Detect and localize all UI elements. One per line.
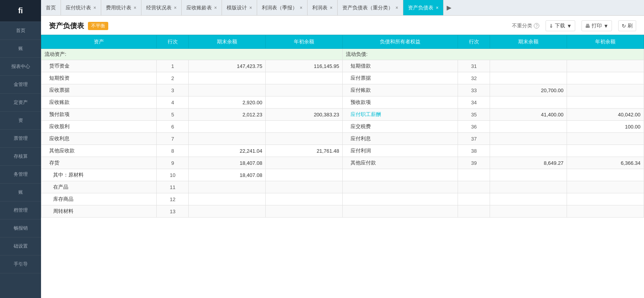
- tab-nav-right-arrow[interactable]: ▶: [444, 4, 454, 11]
- sidebar-item-fixed-assets[interactable]: 定资产: [0, 94, 41, 112]
- page-title-area: 资产负债表 不平衡: [49, 21, 108, 30]
- cell-liability-label[interactable]: 应付票据: [342, 72, 458, 84]
- cell-liability-row: 36: [458, 121, 490, 133]
- header-row-num: 行次: [157, 35, 189, 49]
- cell-liability-label[interactable]: 应交税费: [342, 121, 458, 133]
- cell-asset-label[interactable]: 周转材料: [41, 205, 157, 218]
- header-end-balance2: 期末余额: [490, 35, 567, 49]
- refresh-button[interactable]: ↻ 刷: [618, 20, 636, 31]
- cell-liability-row: 32: [458, 72, 490, 84]
- cell-asset-begin: [266, 205, 343, 218]
- cell-liability-row: 39: [458, 157, 490, 169]
- help-icon[interactable]: ?: [534, 23, 539, 29]
- download-button[interactable]: ⇓ 下载 ▼: [546, 20, 575, 31]
- cell-asset-label[interactable]: 短期投资: [41, 72, 157, 84]
- cell-asset-label[interactable]: 其中：原材料: [41, 169, 157, 181]
- cell-liability-label[interactable]: 应付职工薪酬: [342, 109, 458, 121]
- sidebar-item-accounts[interactable]: 账: [0, 184, 41, 202]
- report-table: 资产 行次 期末余额 年初余额 负债和所有者权益 行次 期末余额 年初余额 流动…: [41, 35, 644, 218]
- tab-profit-quarterly-label: 利润表（季报）: [262, 4, 297, 11]
- cell-liability-row: 34: [458, 96, 490, 109]
- tab-expense-stats-label: 费用统计表: [106, 4, 131, 11]
- tab-profit-close[interactable]: ×: [330, 5, 333, 11]
- cell-liability-row: [458, 169, 490, 181]
- cell-liability-label: [342, 205, 458, 218]
- cell-asset-label[interactable]: 存货: [41, 157, 157, 169]
- print-button[interactable]: 🖶 打印 ▼: [581, 20, 612, 31]
- tab-template-design[interactable]: 模版设计 ×: [222, 0, 257, 15]
- tab-receivable-aging[interactable]: 应收账龄表 ×: [182, 0, 222, 15]
- tab-expense-stats[interactable]: 费用统计表 ×: [101, 0, 141, 15]
- tab-balance-reclassified[interactable]: 资产负债表（重分类） ×: [338, 0, 403, 15]
- cell-liability-label[interactable]: 应付账款: [342, 84, 458, 96]
- cell-asset-label[interactable]: 应收股利: [41, 121, 157, 133]
- tab-balance-sheet-label: 资产负债表: [408, 4, 433, 11]
- cell-liability-begin: [567, 169, 644, 181]
- cell-asset-begin: [266, 121, 343, 133]
- tab-profit-quarterly[interactable]: 利润表（季报） ×: [257, 0, 308, 15]
- cell-asset-row: 12: [157, 193, 189, 205]
- cell-liability-begin: [567, 133, 644, 145]
- cell-liability-row: [458, 205, 490, 218]
- refresh-icon: ↻: [622, 23, 626, 29]
- cell-asset-end: [189, 181, 266, 193]
- cell-asset-label[interactable]: 应收票据: [41, 84, 157, 96]
- cell-asset-label[interactable]: 库存商品: [41, 193, 157, 205]
- tab-profit-quarterly-close[interactable]: ×: [300, 5, 302, 11]
- cell-asset-begin: [266, 169, 343, 181]
- cell-asset-label[interactable]: 预付款项: [41, 109, 157, 121]
- tab-receivable-aging-close[interactable]: ×: [214, 5, 217, 11]
- sidebar-item-report-center[interactable]: 报表中心: [0, 58, 41, 76]
- tab-balance-sheet-close[interactable]: ×: [436, 5, 438, 11]
- cell-liability-end: [490, 133, 567, 145]
- sidebar-item-bill-management[interactable]: 票管理: [0, 130, 41, 148]
- tab-home[interactable]: 首页: [41, 0, 61, 15]
- sidebar-item-guide[interactable]: 手引导: [0, 255, 41, 273]
- cell-asset-end: [189, 72, 266, 84]
- cell-asset-begin: [266, 96, 343, 109]
- cell-liability-label[interactable]: 短期借款: [342, 60, 458, 72]
- sidebar-item-cash-management[interactable]: 金管理: [0, 76, 41, 94]
- cell-liability-label[interactable]: 预收款项: [342, 96, 458, 109]
- cell-liability-label[interactable]: 应付利润: [342, 145, 458, 157]
- cell-liability-label[interactable]: 应付利息: [342, 133, 458, 145]
- cell-asset-label[interactable]: 应收账款: [41, 96, 157, 109]
- cell-liability-begin: [567, 72, 644, 84]
- sidebar-item-investment[interactable]: 资: [0, 112, 41, 130]
- sidebar-item-expense[interactable]: 畅报销: [0, 219, 41, 237]
- table-row: 存货 9 18,407.08 其他应付款 39 8,649.27 6,366.3…: [41, 157, 644, 169]
- sidebar-item-archive[interactable]: 档管理: [0, 202, 41, 219]
- tab-payable-stats-close[interactable]: ×: [93, 5, 96, 11]
- cell-asset-row: 13: [157, 205, 189, 218]
- cell-liability-begin: [567, 96, 644, 109]
- tab-expense-stats-close[interactable]: ×: [134, 5, 136, 11]
- cell-asset-label[interactable]: 货币资金: [41, 60, 157, 72]
- unbalanced-badge: 不平衡: [88, 22, 108, 30]
- header-row-num2: 行次: [458, 35, 490, 49]
- cell-asset-end: 2,920.00: [189, 96, 266, 109]
- cell-liability-end: [490, 121, 567, 133]
- tab-operations-close[interactable]: ×: [174, 5, 177, 11]
- sidebar-item-settings[interactable]: 础设置: [0, 237, 41, 255]
- cell-asset-row: 4: [157, 96, 189, 109]
- tab-template-design-close[interactable]: ×: [249, 5, 252, 11]
- cell-asset-label[interactable]: 其他应收款: [41, 145, 157, 157]
- sidebar-item-tax-management[interactable]: 务管理: [0, 166, 41, 184]
- tab-operations[interactable]: 经营状况表 ×: [141, 0, 182, 15]
- sidebar-item-ledger[interactable]: 账: [0, 40, 41, 58]
- cell-liability-label[interactable]: 其他应付款: [342, 157, 458, 169]
- sidebar: fi 首页 账 报表中心 金管理 定资产 资 票管理 存核算 务管理 账 档管理…: [0, 0, 41, 298]
- cell-asset-label[interactable]: 应收利息: [41, 133, 157, 145]
- cell-liability-label: [342, 193, 458, 205]
- tab-operations-label: 经营状况表: [146, 4, 172, 11]
- tab-profit[interactable]: 利润表 ×: [308, 0, 338, 15]
- tab-payable-stats[interactable]: 应付统计表 ×: [61, 0, 101, 15]
- no-reclassify-label: 不重分类: [512, 22, 532, 29]
- cell-liability-end: [490, 193, 567, 205]
- sidebar-item-inventory[interactable]: 存核算: [0, 148, 41, 166]
- tab-balance-reclassified-close[interactable]: ×: [395, 5, 398, 11]
- sidebar-item-home[interactable]: 首页: [0, 22, 41, 40]
- cell-asset-row: 9: [157, 157, 189, 169]
- cell-asset-label[interactable]: 在产品: [41, 181, 157, 193]
- tab-balance-sheet[interactable]: 资产负债表 ×: [403, 0, 444, 15]
